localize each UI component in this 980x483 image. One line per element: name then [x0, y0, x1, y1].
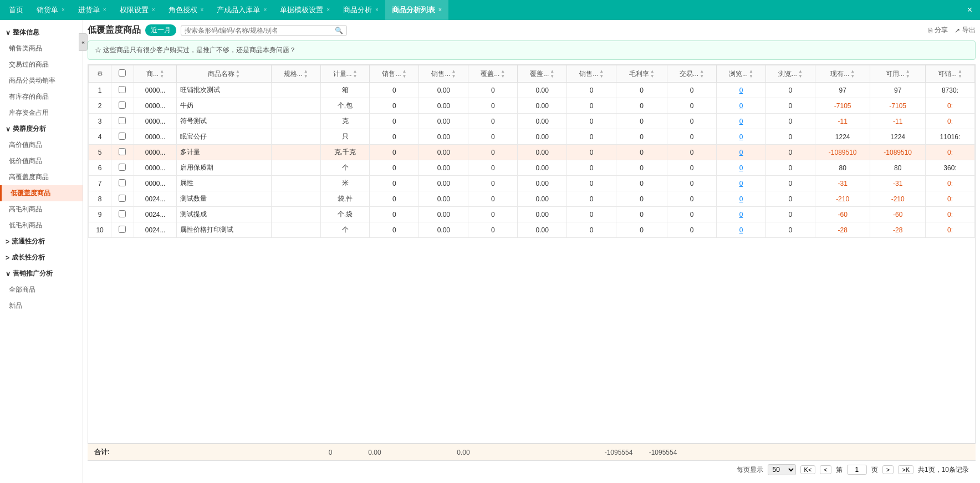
row-checkbox[interactable]	[119, 226, 126, 233]
sidebar-section-1[interactable]: ∨类群度分析	[0, 121, 83, 137]
col-header-name[interactable]: 商品名称▲▼	[177, 65, 271, 83]
nav-item-首页[interactable]: 首页	[2, 0, 30, 20]
nav-item-销货单[interactable]: 销货单×	[30, 0, 72, 20]
window-close-button[interactable]: ×	[964, 4, 976, 16]
col-header-cover2[interactable]: 覆盖...▲▼	[518, 65, 567, 83]
col-header-trade[interactable]: 交易...▲▼	[667, 65, 717, 83]
sidebar-item-高覆盖度商品[interactable]: 高覆盖度商品	[0, 169, 83, 185]
row-checkbox[interactable]	[119, 101, 126, 109]
nav-item-商品分析列表[interactable]: 商品分析列表×	[385, 0, 448, 20]
page-size-select[interactable]: 50 100 200	[768, 464, 796, 475]
sort-icon[interactable]: ▲▼	[304, 69, 308, 79]
sidebar-collapse-button[interactable]: «	[79, 33, 88, 51]
sort-icon[interactable]: ▲▼	[501, 69, 505, 79]
filter-button[interactable]: 近一月	[145, 24, 176, 36]
sidebar-item-有库存的商品[interactable]: 有库存的商品	[0, 89, 83, 105]
browse-link[interactable]: 0	[739, 133, 743, 141]
col-header-spec[interactable]: 规格...▲▼	[271, 65, 320, 83]
prev-page-button[interactable]: <	[820, 465, 831, 474]
nav-close-icon[interactable]: ×	[103, 0, 106, 20]
browse-link[interactable]: 0	[739, 195, 743, 203]
sort-icon[interactable]: ▲▼	[749, 69, 753, 79]
nav-item-权限设置[interactable]: 权限设置×	[113, 0, 162, 20]
row-checkbox[interactable]	[119, 117, 126, 124]
sidebar-item-低价值商品[interactable]: 低价值商品	[0, 153, 83, 169]
browse-link[interactable]: 0	[739, 149, 743, 156]
sidebar-section-3[interactable]: >成长性分析	[0, 250, 83, 266]
nav-item-单据模板设置[interactable]: 单据模板设置×	[273, 0, 336, 20]
browse-link[interactable]: 0	[739, 226, 743, 234]
sidebar-item-低覆盖度商品[interactable]: 低覆盖度商品	[0, 185, 83, 201]
next-page-button[interactable]: >	[882, 465, 894, 474]
row-checkbox[interactable]	[119, 86, 126, 93]
page-number-input[interactable]	[847, 465, 867, 475]
sort-icon[interactable]: ▲▼	[700, 69, 704, 79]
row-checkbox[interactable]	[119, 195, 126, 202]
sidebar-item-库存资金占用[interactable]: 库存资金占用	[0, 105, 83, 121]
col-header-cover1[interactable]: 覆盖...▲▼	[468, 65, 518, 83]
select-all-checkbox[interactable]	[119, 69, 126, 77]
nav-item-商品分析[interactable]: 商品分析×	[336, 0, 385, 20]
nav-item-进货单[interactable]: 进货单×	[72, 0, 113, 20]
sort-icon[interactable]: ▲▼	[353, 69, 358, 79]
first-page-button[interactable]: K<	[800, 465, 816, 474]
sort-icon[interactable]: ▲▼	[599, 69, 604, 79]
sort-icon[interactable]: ▲▼	[451, 69, 456, 79]
table-wrapper[interactable]: ⚙商...▲▼商品名称▲▼规格...▲▼计量...▲▼销售...▲▼销售...▲…	[88, 64, 976, 444]
browse-link[interactable]: 0	[739, 102, 743, 110]
col-header-grossRate[interactable]: 毛利率▲▼	[616, 65, 667, 83]
col-header-browse1[interactable]: 浏览...▲▼	[717, 65, 766, 83]
col-header-sales1[interactable]: 销售...▲▼	[370, 65, 419, 83]
col-header-unit[interactable]: 计量...▲▼	[320, 65, 370, 83]
sort-icon[interactable]: ▲▼	[550, 69, 554, 79]
sidebar-section-0[interactable]: ∨整体信息	[0, 24, 83, 40]
sort-icon[interactable]: ▲▼	[402, 69, 406, 79]
settings-icon[interactable]: ⚙	[97, 70, 103, 78]
col-header-browse2[interactable]: 浏览...▲▼	[765, 65, 815, 83]
browse-link[interactable]: 0	[739, 180, 743, 187]
nav-close-icon[interactable]: ×	[263, 0, 267, 20]
browse-link[interactable]: 0	[739, 87, 743, 94]
nav-close-icon[interactable]: ×	[152, 0, 155, 20]
col-header-canSell[interactable]: 可销...▲▼	[925, 65, 974, 83]
browse-link[interactable]: 0	[739, 164, 743, 172]
nav-item-角色授权[interactable]: 角色授权×	[162, 0, 211, 20]
share-button[interactable]: ⎘ 分享	[928, 26, 948, 35]
browse-link[interactable]: 0	[739, 211, 743, 218]
col-header-stock1[interactable]: 现有...▲▼	[815, 65, 870, 83]
sidebar-item-交易过的商品[interactable]: 交易过的商品	[0, 57, 83, 73]
sort-icon[interactable]: ▲▼	[650, 69, 655, 79]
nav-close-icon[interactable]: ×	[326, 0, 330, 20]
nav-close-icon[interactable]: ×	[201, 0, 204, 20]
sort-icon[interactable]: ▲▼	[850, 69, 855, 79]
sidebar-section-4[interactable]: ∨营销推广分析	[0, 266, 83, 282]
col-header-sales2[interactable]: 销售...▲▼	[419, 65, 468, 83]
row-checkbox[interactable]	[119, 179, 126, 186]
row-checkbox[interactable]	[119, 164, 126, 171]
row-checkbox[interactable]	[119, 133, 126, 140]
last-page-button[interactable]: >K	[898, 465, 913, 474]
nav-close-icon[interactable]: ×	[62, 0, 65, 20]
col-header-code[interactable]: 商...▲▼	[134, 65, 177, 83]
sidebar-item-高价值商品[interactable]: 高价值商品	[0, 137, 83, 153]
sidebar-item-高毛利商品[interactable]: 高毛利商品	[0, 201, 83, 217]
search-input[interactable]	[185, 27, 335, 34]
sidebar-section-2[interactable]: >流通性分析	[0, 233, 83, 250]
sidebar-item-全部商品[interactable]: 全部商品	[0, 282, 83, 298]
nav-close-icon[interactable]: ×	[375, 0, 379, 20]
row-checkbox[interactable]	[119, 210, 126, 217]
col-header-stock2[interactable]: 可用...▲▼	[870, 65, 926, 83]
browse-link[interactable]: 0	[739, 118, 743, 125]
nav-item-产成品入库单[interactable]: 产成品入库单×	[210, 0, 273, 20]
sort-icon[interactable]: ▲▼	[798, 69, 803, 79]
col-header-sales3[interactable]: 销售...▲▼	[567, 65, 616, 83]
sort-icon[interactable]: ▲▼	[906, 69, 910, 79]
sidebar-item-低毛利商品[interactable]: 低毛利商品	[0, 217, 83, 233]
export-button[interactable]: ↗ 导出	[955, 26, 976, 35]
sidebar-item-销售类商品[interactable]: 销售类商品	[0, 40, 83, 57]
sidebar-item-商品分类动销率[interactable]: 商品分类动销率	[0, 73, 83, 89]
sort-icon[interactable]: ▲▼	[958, 69, 962, 79]
row-checkbox[interactable]	[119, 148, 126, 155]
sort-icon[interactable]: ▲▼	[160, 69, 164, 79]
sort-icon[interactable]: ▲▼	[236, 69, 240, 79]
